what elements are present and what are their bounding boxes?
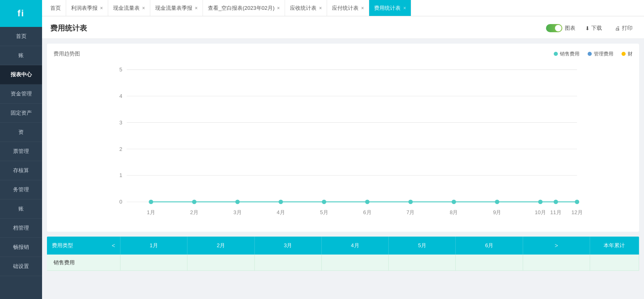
sidebar-logo: fi: [0, 0, 42, 27]
th-total: 本年累计: [590, 237, 639, 255]
tab-close-cashflow-quarterly[interactable]: ×: [195, 5, 198, 11]
legend-dot-admin: [588, 52, 592, 56]
main-content: 首页 利润表季报 × 现金流量表 × 现金流量表季报 × 查看_空白报表(202…: [42, 0, 644, 299]
svg-text:4: 4: [119, 93, 122, 99]
chart-svg: 5 4 3 2 1 0: [53, 61, 633, 224]
sidebar-item-account[interactable]: 账: [0, 46, 42, 65]
chart-toggle-group: 图表: [546, 24, 575, 32]
legend-sales: 销售费用: [554, 51, 579, 58]
legend-dot-sales: [554, 52, 558, 56]
sidebar-item-sub-account[interactable]: 账: [0, 199, 42, 219]
sidebar: fi 首页 账 报表中心 资金管理 固定资产 资 票管理 存核算 务管理 账: [0, 0, 42, 299]
svg-point-21: [538, 200, 543, 204]
tab-close-receivables[interactable]: ×: [319, 5, 322, 11]
svg-text:12月: 12月: [571, 209, 582, 215]
sidebar-item-inventory[interactable]: 存核算: [0, 161, 42, 180]
chart-toggle-label: 图表: [565, 24, 575, 32]
sidebar-item-smooth-cancel[interactable]: 畅报销: [0, 238, 42, 257]
tab-close-cashflow[interactable]: ×: [142, 5, 145, 11]
chart-svg-container: 5 4 3 2 1 0: [53, 61, 633, 225]
tab-close-profit-quarterly[interactable]: ×: [100, 5, 103, 11]
svg-text:5: 5: [119, 66, 122, 73]
sidebar-item-basic-settings[interactable]: 础设置: [0, 257, 42, 276]
svg-point-15: [279, 200, 283, 204]
table-prev-button[interactable]: <: [112, 242, 115, 249]
table-header-row: 费用类型 < 1月 2月 3月 4月: [47, 237, 639, 255]
chart-legend: 销售费用 管理费用 财: [554, 51, 633, 58]
svg-point-12: [149, 200, 153, 204]
th-month-2: 2月: [187, 237, 254, 255]
svg-point-20: [495, 200, 499, 204]
svg-point-16: [322, 200, 326, 204]
table-row: 销售费用: [47, 255, 639, 271]
tab-close-payables[interactable]: ×: [361, 5, 364, 11]
svg-text:4月: 4月: [276, 209, 285, 215]
svg-point-23: [575, 200, 579, 204]
download-button[interactable]: ⬇ 下载: [582, 23, 605, 33]
sidebar-item-fund-mgmt[interactable]: 资金管理: [0, 84, 42, 104]
td-month-4: [322, 255, 389, 270]
svg-text:5月: 5月: [320, 209, 328, 215]
sidebar-item-service-mgmt[interactable]: 务管理: [0, 180, 42, 199]
chart-area: 费用趋势图 销售费用 管理费用 财: [47, 44, 639, 232]
tab-close-expense-stats[interactable]: ×: [403, 5, 406, 11]
svg-text:2月: 2月: [190, 209, 198, 215]
svg-text:3月: 3月: [234, 209, 242, 215]
chart-toggle-switch[interactable]: [546, 24, 562, 32]
download-icon: ⬇: [585, 25, 590, 31]
svg-text:11月: 11月: [550, 209, 561, 215]
sidebar-item-fixed-assets[interactable]: 固定资产: [0, 104, 42, 123]
svg-text:10月: 10月: [535, 209, 546, 215]
svg-text:2: 2: [119, 146, 122, 152]
tab-profit-quarterly[interactable]: 利润表季报 ×: [66, 0, 108, 16]
tab-home[interactable]: 首页: [45, 0, 66, 16]
sidebar-item-investment[interactable]: 资: [0, 123, 42, 142]
svg-text:3: 3: [119, 120, 122, 126]
svg-point-17: [365, 200, 370, 204]
td-type-sales: 销售费用: [47, 255, 120, 270]
table-next-button[interactable]: >: [555, 242, 558, 249]
svg-text:1: 1: [119, 172, 122, 178]
svg-point-22: [554, 200, 558, 204]
svg-text:6月: 6月: [363, 209, 371, 215]
th-type: 费用类型 <: [47, 237, 120, 255]
th-month-5: 5月: [389, 237, 456, 255]
header-actions: 图表 ⬇ 下载 🖨 打印: [546, 23, 636, 33]
th-month-6: 6月: [456, 237, 523, 255]
tab-cashflow[interactable]: 现金流量表 ×: [108, 0, 150, 16]
td-month-1: [120, 255, 187, 270]
th-nav-next[interactable]: >: [523, 237, 590, 255]
svg-point-13: [192, 200, 196, 204]
tab-close-blank-report[interactable]: ×: [277, 5, 280, 11]
chart-header: 费用趋势图 销售费用 管理费用 财: [53, 50, 633, 58]
page-title: 费用统计表: [50, 23, 87, 33]
svg-point-19: [452, 200, 456, 204]
td-month-6: [456, 255, 523, 270]
svg-text:8月: 8月: [450, 209, 458, 215]
th-month-3: 3月: [255, 237, 322, 255]
print-button[interactable]: 🖨 打印: [612, 23, 636, 33]
table-section: 费用类型 < 1月 2月 3月 4月: [47, 237, 639, 271]
tab-payables[interactable]: 应付统计表 ×: [327, 0, 369, 16]
tab-cashflow-quarterly[interactable]: 现金流量表季报 ×: [150, 0, 203, 16]
svg-text:0: 0: [119, 199, 122, 205]
svg-text:1月: 1月: [147, 209, 155, 215]
legend-admin: 管理费用: [588, 51, 613, 58]
sidebar-item-home[interactable]: 首页: [0, 27, 42, 46]
tab-blank-report[interactable]: 查看_空白报表(2023年02月) ×: [203, 0, 285, 16]
chart-title: 费用趋势图: [53, 50, 80, 58]
tab-receivables[interactable]: 应收统计表 ×: [285, 0, 327, 16]
print-icon: 🖨: [615, 25, 620, 31]
td-month-3: [255, 255, 322, 270]
svg-text:9月: 9月: [493, 209, 501, 215]
th-month-4: 4月: [322, 237, 389, 255]
sidebar-item-report-center[interactable]: 报表中心: [0, 65, 42, 84]
tab-expense-stats[interactable]: 费用统计表 ×: [369, 0, 411, 16]
td-total: [590, 255, 639, 270]
td-month-2: [187, 255, 254, 270]
sidebar-item-archive-mgmt[interactable]: 档管理: [0, 219, 42, 238]
tab-bar: 首页 利润表季报 × 现金流量表 × 现金流量表季报 × 查看_空白报表(202…: [42, 0, 644, 16]
td-month-5: [389, 255, 456, 270]
sidebar-item-invoice-mgmt[interactable]: 票管理: [0, 142, 42, 161]
legend-dot-finance: [622, 52, 626, 56]
